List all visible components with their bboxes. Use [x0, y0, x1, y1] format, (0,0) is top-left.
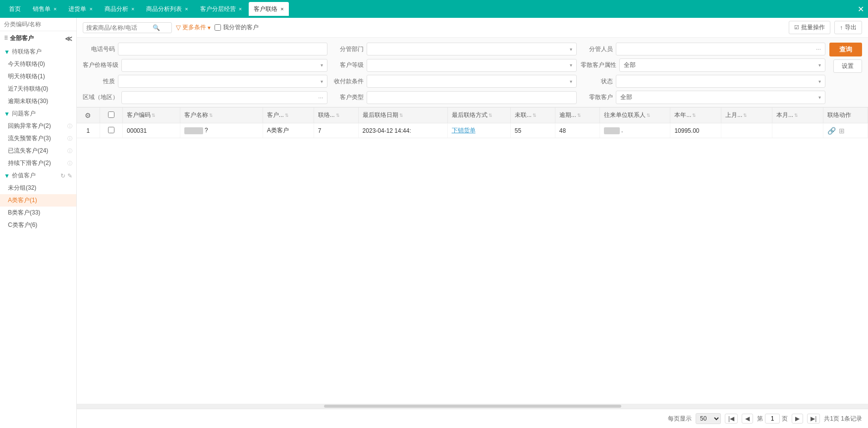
row-checkbox[interactable] [108, 127, 114, 133]
sidebar-item-lost[interactable]: 已流失客户(24) ⓘ [0, 145, 76, 157]
phone-label: 电话号码 [83, 45, 115, 54]
sidebar-item-today[interactable]: 今天待联络(0) [0, 58, 76, 70]
nav-goods-analysis[interactable]: 商品分析 × [100, 2, 139, 16]
customer-level-input[interactable]: ▾ [367, 59, 576, 72]
row-actions: 🔗 ⊞ [823, 123, 868, 138]
nature-input[interactable]: ▾ [118, 75, 327, 88]
horizontal-scrollbar-thumb[interactable] [324, 405, 621, 408]
col-gear[interactable]: ⚙ [77, 107, 100, 123]
region-input[interactable]: ··· [121, 91, 327, 104]
close-purchase-tab[interactable]: × [89, 6, 92, 12]
manager-input[interactable]: ··· [616, 43, 825, 55]
group-value-customers[interactable]: ▼ 价值客户 ↻ ✎ [0, 169, 76, 182]
phone-input[interactable] [118, 43, 327, 55]
search-box: 🔍 [83, 22, 172, 33]
query-button[interactable]: 查询 [829, 43, 862, 56]
col-overdue-header[interactable]: 逾期... ⇅ [555, 107, 599, 123]
sidebar-item-b-class[interactable]: B类客户(33) [0, 207, 76, 219]
total-info: 共1页 1条记录 [824, 415, 862, 423]
status-input[interactable]: ▾ [616, 75, 825, 88]
sidebar-item-a-class[interactable]: A类客户(1) [0, 194, 76, 207]
price-level-input[interactable]: ▾ [121, 59, 327, 72]
close-goods-list-tab[interactable]: × [185, 6, 188, 12]
retail-label: 零散客户 [581, 93, 613, 102]
page-number-input[interactable] [765, 414, 780, 424]
nav-home[interactable]: 首页 [4, 2, 26, 16]
gear-icon[interactable]: ⚙ [85, 111, 91, 119]
method-link[interactable]: 下销货单 [452, 127, 476, 134]
col-date-header[interactable]: 最后联络日期 ⇅ [358, 107, 447, 123]
row-index: 1 [77, 123, 100, 138]
col-type-header[interactable]: 客户... ⇅ [263, 107, 314, 123]
nav-customer-contact[interactable]: 客户联络 × [249, 2, 288, 16]
sidebar-item-c-class[interactable]: C类客户(6) [0, 219, 76, 231]
filter-row-1: 电话号码 分管部门 ▾ 分管人员 ··· [83, 43, 825, 55]
sidebar-item-abnormal[interactable]: 回购异常客户(2) ⓘ [0, 120, 76, 132]
all-customers-label: 全部客户 [10, 34, 34, 43]
col-year-header[interactable]: 本年... ⇅ [670, 107, 721, 123]
sidebar-item-decline[interactable]: 持续下滑客户(2) ⓘ [0, 157, 76, 169]
sort-date-icon: ⇅ [399, 113, 403, 118]
col-method-header[interactable]: 最后联络方式 ⇅ [447, 107, 510, 123]
row-name: ? [180, 123, 263, 138]
search-icon[interactable]: 🔍 [153, 24, 160, 31]
sidebar-item-overdue[interactable]: 逾期未联络(30) [0, 95, 76, 107]
last-page-btn[interactable]: ▶| [807, 414, 820, 424]
page-size-select[interactable]: 50 100 200 [696, 413, 721, 424]
retail-attr-input[interactable]: 全部 ▾ [619, 58, 825, 72]
close-all-tabs[interactable]: ✕ [858, 4, 864, 14]
settings-button[interactable]: 设置 [833, 59, 862, 73]
my-customers-filter[interactable]: 我分管的客户 [215, 23, 259, 32]
select-all-checkbox[interactable] [108, 111, 114, 118]
data-table: ⚙ 客户编码 ⇅ 客户名称 [77, 107, 868, 138]
col-history-header[interactable]: 往来单位联系人 ⇅ [599, 107, 670, 123]
status-chevron: ▾ [818, 79, 821, 84]
next-page-btn[interactable]: ▶ [792, 414, 803, 424]
nav-purchase[interactable]: 进货单 × [63, 2, 97, 16]
close-goods-analysis-tab[interactable]: × [131, 6, 134, 12]
export-btn[interactable]: ↑ 导出 [834, 21, 862, 34]
close-customer-tier-tab[interactable]: × [239, 6, 242, 12]
edit-icon[interactable]: ✎ [67, 172, 72, 179]
col-name-header[interactable]: 客户名称 ⇅ [180, 107, 263, 123]
advanced-filters: 电话号码 分管部门 ▾ 分管人员 ··· [77, 38, 868, 107]
cust-type-input[interactable] [367, 91, 576, 104]
nav-customer-tier[interactable]: 客户分层经营 × [195, 2, 247, 16]
sidebar-search-input[interactable] [4, 21, 77, 28]
close-customer-contact-tab[interactable]: × [280, 6, 283, 12]
sidebar-collapse-icon[interactable]: ≪ [65, 35, 72, 43]
sidebar-item-tomorrow[interactable]: 明天待联络(1) [0, 70, 76, 83]
nav-sales[interactable]: 销售单 × [28, 2, 61, 16]
row-contact: 7 [314, 123, 358, 138]
col-code-header[interactable]: 客户编码 ⇅ [123, 107, 180, 123]
link-action-icon[interactable]: 🔗 [827, 127, 836, 135]
sort-thismonth-icon: ⇅ [794, 113, 798, 118]
sidebar-item-churn[interactable]: 流失预警客户(3) ⓘ [0, 132, 76, 145]
group-problem-customers[interactable]: ▼ 问题客户 [0, 107, 76, 120]
row-type: A类客户 [263, 123, 314, 138]
grid-action-icon[interactable]: ⊞ [839, 127, 845, 135]
batch-op-btn[interactable]: ☑ 批量操作 [789, 21, 830, 34]
payment-input[interactable]: ▾ [367, 75, 576, 88]
nav-goods-list[interactable]: 商品分析列表 × [141, 2, 193, 16]
sidebar-item-ungroup[interactable]: 未分组(32) [0, 182, 76, 194]
col-contact-header[interactable]: 联络... ⇅ [314, 107, 358, 123]
group-pending-contact[interactable]: ▼ 待联络客户 [0, 46, 76, 58]
first-page-btn[interactable]: |◀ [725, 414, 738, 424]
all-customers-header[interactable]: ⠿ 全部客户 ≪ [0, 31, 76, 46]
col-action-header: 联络动作 [823, 107, 868, 123]
col-pending-header[interactable]: 未联... ⇅ [510, 107, 555, 123]
dept-input[interactable]: ▾ [367, 43, 576, 55]
my-customers-checkbox[interactable] [215, 24, 221, 31]
search-input[interactable] [86, 24, 151, 31]
retail-input[interactable]: 全部 ▾ [616, 91, 825, 104]
refresh-icon[interactable]: ↻ [60, 172, 65, 179]
col-lastmonth-header[interactable]: 上月... ⇅ [721, 107, 772, 123]
col-thismonth-header[interactable]: 本月... ⇅ [772, 107, 823, 123]
row-method[interactable]: 下销货单 [447, 123, 510, 138]
help-icon-abnormal: ⓘ [67, 123, 72, 130]
close-sales-tab[interactable]: × [54, 6, 56, 12]
sidebar-item-week[interactable]: 近7天待联络(0) [0, 83, 76, 95]
prev-page-btn[interactable]: ◀ [742, 414, 753, 424]
more-filters-btn[interactable]: ▽ 更多条件 ▾ [176, 23, 211, 32]
